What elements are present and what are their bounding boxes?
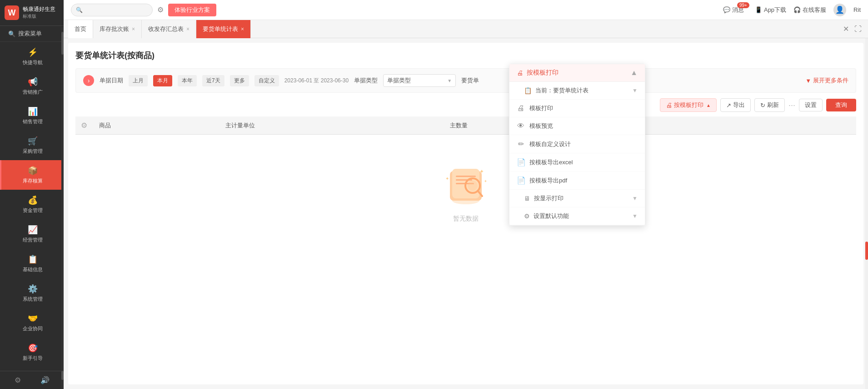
collab-icon: 🤝	[28, 313, 38, 323]
sidebar-item-marketing[interactable]: 📢 营销推广	[0, 71, 64, 101]
sales-icon: 📊	[28, 106, 38, 116]
tab-close-inventory-batch[interactable]: ×	[132, 26, 135, 32]
empty-icon: ✦ ✦ ✦	[439, 162, 493, 207]
col-goods: 商品	[94, 116, 220, 135]
sidebar-sound-icon[interactable]: 🔊	[40, 376, 50, 384]
tab-order-stats[interactable]: 要货单统计表 ×	[196, 20, 251, 38]
right-scrollbar[interactable]	[865, 20, 868, 389]
dropdown-close-btn[interactable]: ▲	[630, 69, 638, 77]
svg-text:✦: ✦	[484, 179, 487, 183]
template-design-icon: ✏	[517, 140, 525, 148]
settings-btn[interactable]: 设置	[799, 99, 823, 111]
date-btn-last-month[interactable]: 上月	[129, 75, 148, 86]
operations-icon: 📈	[28, 225, 38, 235]
messages-btn[interactable]: 💬 消息 99+	[723, 6, 744, 14]
sidebar-menu: ⚡ 快捷导航 📢 营销推广 📊 销售管理 🛒 采购管理 📦 库存核算 💰 资金管…	[0, 42, 64, 371]
dropdown-current-template[interactable]: 📋 当前：要货单统计表 ▼	[509, 82, 645, 100]
content-area: 要货单统计表(按商品) › 单据日期 上月 本月 本年 近7天 更多 自定义 2…	[68, 43, 863, 384]
marketing-icon: 📢	[28, 77, 38, 87]
date-btn-more[interactable]: 更多	[230, 75, 249, 86]
app-download-btn[interactable]: 📱 App下载	[755, 6, 786, 14]
filter-toggle-btn[interactable]: ›	[83, 75, 94, 86]
app-download-icon: 📱	[755, 6, 762, 13]
online-service-btn[interactable]: 🎧 在线客服	[793, 6, 826, 14]
display-print-arrow-icon: ▼	[632, 195, 638, 202]
avatar[interactable]: 👤	[833, 4, 846, 16]
sidebar-item-collab[interactable]: 🤝 企业协同	[0, 308, 64, 338]
svg-rect-3	[456, 176, 476, 177]
refresh-btn[interactable]: ↻ 刷新	[754, 98, 785, 112]
tab-bar: 首页 库存批次账 × 收发存汇总表 × 要货单统计表 × ✕ ⛶	[64, 20, 868, 38]
print-dropdown-menu: 🖨 按模板打印 ▲ 📋 当前：要货单统计表 ▼ 🖨 模板打印 👁 模板预览 ✏ …	[509, 64, 645, 226]
empty-text: 暂无数据	[453, 215, 479, 223]
date-btn-this-year[interactable]: 本年	[178, 75, 197, 86]
sidebar-item-basic[interactable]: 📋 基础信息	[0, 249, 64, 278]
export-excel-icon: 📄	[517, 158, 525, 167]
dropdown-item-template-preview[interactable]: 👁 模板预览	[509, 117, 645, 135]
sidebar-item-operations[interactable]: 📈 经营管理	[0, 219, 64, 249]
query-btn[interactable]: 查询	[826, 99, 856, 111]
guide-icon: 🎯	[28, 343, 38, 353]
table-settings-icon[interactable]: ⚙	[81, 121, 87, 129]
header-search[interactable]: 🔍	[71, 4, 153, 16]
username-label: Rit	[853, 6, 861, 13]
print-icon: 🖨	[666, 101, 672, 109]
sidebar-item-finance[interactable]: 💰 资金管理	[0, 190, 64, 219]
sidebar-item-system[interactable]: ⚙️ 系统管理	[0, 278, 64, 308]
sidebar: W 畅康通好生意 标准版 🔍 搜索菜单 ⚡ 快捷导航 📢 营销推广 📊 销售管理…	[0, 0, 64, 389]
tab-home[interactable]: 首页	[68, 20, 93, 38]
tab-close-order-stats[interactable]: ×	[241, 26, 244, 32]
main-content: 要货单统计表(按商品) › 单据日期 上月 本月 本年 近7天 更多 自定义 2…	[64, 38, 868, 389]
order-goods-label: 要货单	[461, 76, 479, 85]
toolbar: 🖨 按模板打印 ▲ ↗ 导出 ↻ 刷新 ··· 设置 查询	[75, 98, 856, 112]
tab-close-receipt-summary[interactable]: ×	[186, 26, 190, 32]
inventory-icon: 📦	[28, 166, 38, 176]
dropdown-item-export-pdf[interactable]: 📄 按模板导出pdf	[509, 172, 645, 190]
print-template-btn[interactable]: 🖨 按模板打印 ▲	[660, 98, 717, 112]
search-menu-item[interactable]: 🔍 搜索菜单	[0, 26, 64, 42]
expand-icon: ▼	[805, 77, 811, 84]
sidebar-settings-icon[interactable]: ⚙	[15, 376, 21, 384]
service-icon: 🎧	[793, 6, 801, 13]
tab-close-all-icon[interactable]: ✕	[841, 23, 851, 35]
sidebar-item-quick-nav[interactable]: ⚡ 快捷导航	[0, 42, 64, 71]
expand-more-btn[interactable]: ▼ 展开更多条件	[805, 76, 848, 85]
dropdown-title: 🖨 按模板打印	[517, 69, 559, 77]
app-logo: W 畅康通好生意 标准版	[0, 0, 64, 26]
dropdown-display-print[interactable]: 🖥 按显示打印 ▼	[509, 190, 645, 207]
date-btn-custom[interactable]: 自定义	[254, 75, 279, 86]
sidebar-item-inventory[interactable]: 📦 库存核算	[0, 160, 64, 190]
avatar-icon: 👤	[835, 5, 844, 14]
purchase-icon: 🛒	[28, 136, 38, 146]
set-default-arrow-icon: ▼	[632, 213, 638, 219]
sidebar-item-sales[interactable]: 📊 销售管理	[0, 101, 64, 131]
template-print-icon: 🖨	[517, 104, 525, 112]
order-type-select[interactable]: 单据类型 ▼	[383, 74, 456, 87]
dropdown-item-export-excel[interactable]: 📄 按模板导出excel	[509, 153, 645, 172]
tab-maximize-icon[interactable]: ⛶	[853, 23, 863, 35]
filter-row: › 单据日期 上月 本月 本年 近7天 更多 自定义 2023-06-01 至 …	[83, 74, 848, 87]
col-unit: 主计量单位	[220, 116, 445, 135]
dropdown-set-default[interactable]: ⚙ 设置默认功能 ▼	[509, 207, 645, 225]
sidebar-item-purchase[interactable]: 🛒 采购管理	[0, 131, 64, 160]
sidebar-item-guide[interactable]: 🎯 新手引导	[0, 338, 64, 367]
more-options-icon[interactable]: ···	[788, 101, 795, 110]
dropdown-item-template-design[interactable]: ✏ 模板自定义设计	[509, 135, 645, 153]
page-title: 要货单统计表(按商品)	[75, 50, 856, 61]
set-default-icon: ⚙	[524, 212, 530, 220]
quick-nav-icon: ⚡	[28, 47, 38, 57]
logo-icon: W	[5, 5, 19, 20]
tab-bar-actions: ✕ ⛶	[841, 23, 863, 35]
tab-inventory-batch[interactable]: 库存批次账 ×	[93, 20, 142, 38]
export-btn[interactable]: ↗ 导出	[720, 98, 751, 112]
trial-button[interactable]: 体验行业方案	[168, 4, 216, 16]
tab-receipt-summary[interactable]: 收发存汇总表 ×	[142, 20, 196, 38]
date-btn-7days[interactable]: 近7天	[202, 75, 224, 86]
settings-gear-icon[interactable]: ⚙	[157, 5, 164, 14]
dropdown-item-template-print[interactable]: 🖨 模板打印	[509, 100, 645, 117]
sidebar-item-appstore[interactable]: 🔧 应用中心	[0, 367, 64, 371]
message-icon: 💬	[723, 6, 730, 13]
date-btn-this-month[interactable]: 本月	[153, 75, 172, 86]
date-range-display: 2023-06-01 至 2023-06-30	[284, 77, 349, 85]
export-pdf-icon: 📄	[517, 176, 525, 185]
